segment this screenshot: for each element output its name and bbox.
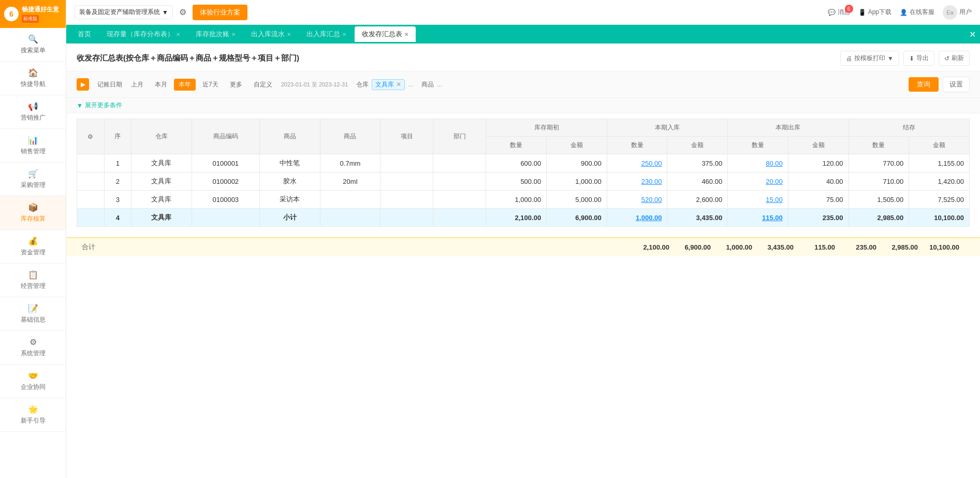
sidebar-item-corp[interactable]: 🤝 企业协同 bbox=[0, 365, 66, 398]
cell-spec: 20ml bbox=[320, 172, 381, 191]
cell-out-amt: 120.00 bbox=[788, 154, 849, 172]
warehouse-tag-close[interactable]: ✕ bbox=[396, 81, 401, 88]
in-qty-link[interactable]: 250.00 bbox=[641, 160, 662, 167]
cell-settings bbox=[77, 191, 105, 209]
cell-in-qty[interactable]: 250.00 bbox=[607, 154, 667, 172]
avatar: Ea bbox=[943, 5, 957, 20]
out-qty-link[interactable]: 15.00 bbox=[766, 196, 783, 204]
sidebar-item-finance[interactable]: 💰 资金管理 bbox=[0, 230, 66, 264]
sidebar-item-system[interactable]: ⚙ 系统管理 bbox=[0, 331, 66, 365]
online-service-btn[interactable]: 👤 在线客服 bbox=[900, 8, 934, 17]
sidebar-item-quick-nav[interactable]: 🏠 快捷导航 bbox=[0, 62, 66, 95]
export-icon: ⬇ bbox=[909, 55, 914, 62]
cell-in-qty[interactable]: 230.00 bbox=[607, 172, 667, 191]
tab-3[interactable]: 出入库流水✕ bbox=[244, 26, 298, 42]
topbar-right: 💬 消息 6 📱 App下载 👤 在线客服 Ea 用户 bbox=[828, 5, 972, 20]
basic-icon: 📝 bbox=[28, 303, 38, 313]
footer-in-amt: 3,435.00 bbox=[757, 243, 799, 251]
cell-no: 2 bbox=[104, 172, 131, 191]
print-btn[interactable]: 🖨 按模板打印 ▼ bbox=[840, 51, 899, 66]
tab-close-icon[interactable]: ✕ bbox=[231, 32, 236, 37]
settings-btn[interactable]: 设置 bbox=[943, 77, 970, 92]
in-qty-link[interactable]: 1,000.00 bbox=[636, 214, 662, 222]
finance-icon: 💰 bbox=[28, 236, 38, 246]
cell-close-amt: 1,155.00 bbox=[909, 154, 970, 172]
footer-out-qty: 115.00 bbox=[799, 243, 840, 251]
marketing-icon: 📢 bbox=[28, 102, 38, 111]
footer-values: 2,100.00 6,900.00 1,000.00 3,435.00 115.… bbox=[116, 243, 964, 251]
warehouse-more[interactable]: ... bbox=[408, 81, 413, 88]
date-btn-本月[interactable]: 本月 bbox=[150, 79, 172, 91]
sidebar-item-label: 资金管理 bbox=[21, 248, 46, 257]
cell-out-qty[interactable]: 20.00 bbox=[728, 172, 788, 191]
cell-open-amt: 5,000.00 bbox=[547, 191, 607, 209]
refresh-icon: ↺ bbox=[944, 55, 949, 62]
sidebar-item-label: 经营管理 bbox=[21, 282, 46, 291]
tab-0[interactable]: 首页 bbox=[70, 26, 98, 42]
tab-2[interactable]: 库存批次账✕ bbox=[188, 26, 243, 42]
cell-out-qty[interactable]: 15.00 bbox=[728, 191, 788, 209]
cell-open-qty: 600.00 bbox=[486, 154, 547, 172]
sidebar-item-business[interactable]: 📋 经营管理 bbox=[0, 264, 66, 297]
out-qty-link[interactable]: 80.00 bbox=[766, 160, 783, 167]
cell-settings bbox=[77, 154, 105, 172]
cell-close-qty: 710.00 bbox=[849, 172, 909, 191]
tab-5[interactable]: 收发存汇总表✕ bbox=[355, 26, 416, 42]
experience-btn[interactable]: 体验行业方案 bbox=[193, 5, 247, 20]
date-btn-近7天[interactable]: 近7天 bbox=[198, 79, 223, 91]
tab-4[interactable]: 出入库汇总✕ bbox=[299, 26, 354, 42]
query-btn[interactable]: 查询 bbox=[909, 77, 939, 92]
date-btn-上月[interactable]: 上月 bbox=[126, 79, 148, 91]
export-btn[interactable]: ⬇ 导出 bbox=[903, 51, 934, 66]
tab-close-icon[interactable]: ✕ bbox=[176, 32, 180, 37]
sidebar-item-search[interactable]: 🔍 搜索菜单 bbox=[0, 28, 66, 62]
col-opening-amt-header: 金额 bbox=[547, 137, 607, 154]
cell-code: 0100002 bbox=[192, 172, 259, 191]
date-btn-更多[interactable]: 更多 bbox=[225, 79, 247, 91]
system-selector[interactable]: 装备及固定资产辅助管理系统 ▼ bbox=[75, 5, 173, 19]
message-btn[interactable]: 💬 消息 6 bbox=[828, 8, 850, 17]
cell-warehouse: 文具库 bbox=[131, 209, 192, 227]
cell-out-amt: 40.00 bbox=[788, 172, 849, 191]
out-qty-link[interactable]: 20.00 bbox=[766, 178, 783, 185]
out-qty-link[interactable]: 115.00 bbox=[762, 214, 783, 222]
sidebar-item-purchase[interactable]: 🛒 采购管理 bbox=[0, 163, 66, 196]
sidebar-item-inventory[interactable]: 📦 库存核算 bbox=[0, 196, 66, 230]
in-qty-link[interactable]: 230.00 bbox=[641, 178, 662, 185]
settings-icon[interactable]: ⚙ bbox=[179, 7, 186, 17]
date-btn-自定义[interactable]: 自定义 bbox=[249, 79, 277, 91]
tab-1[interactable]: 现存量（库存分布表）✕ bbox=[99, 26, 187, 42]
cell-warehouse: 文具库 bbox=[131, 172, 192, 191]
cell-dept bbox=[433, 209, 486, 227]
cell-in-qty[interactable]: 1,000.00 bbox=[607, 209, 667, 227]
tab-close-icon[interactable]: ✕ bbox=[342, 32, 346, 37]
sidebar-item-marketing[interactable]: 📢 营销推广 bbox=[0, 95, 66, 129]
in-qty-link[interactable]: 520.00 bbox=[641, 196, 662, 204]
warehouse-tag[interactable]: 文具库 ✕ bbox=[372, 79, 405, 90]
cell-out-qty[interactable]: 115.00 bbox=[728, 209, 788, 227]
tab-close-icon[interactable]: ✕ bbox=[404, 32, 408, 37]
cell-close-amt: 7,525.00 bbox=[909, 191, 970, 209]
cell-in-qty[interactable]: 520.00 bbox=[607, 191, 667, 209]
cell-in-amt: 375.00 bbox=[667, 154, 728, 172]
refresh-btn[interactable]: ↺ 刷新 bbox=[939, 51, 970, 66]
date-btn-本年[interactable]: 本年 bbox=[174, 79, 196, 91]
cell-out-amt: 235.00 bbox=[788, 209, 849, 227]
user-menu[interactable]: Ea 用户 bbox=[943, 5, 972, 20]
tab-close-icon[interactable]: ✕ bbox=[287, 32, 291, 37]
cell-spec bbox=[320, 191, 381, 209]
cell-open-qty: 1,000.00 bbox=[486, 191, 547, 209]
close-all-tabs-btn[interactable]: ✕ bbox=[969, 30, 976, 39]
filter-toggle-btn[interactable]: ▶ bbox=[77, 78, 89, 91]
sidebar-item-guide[interactable]: 🌟 新手引导 bbox=[0, 398, 66, 432]
sidebar: 6 畅捷通好生意 标准版 🔍 搜索菜单 🏠 快捷导航 📢 营销推广 📊 销售管理… bbox=[0, 0, 66, 478]
cell-name: 采访本 bbox=[259, 191, 320, 209]
col-settings-header[interactable]: ⚙ bbox=[77, 119, 105, 154]
sidebar-item-basic[interactable]: 📝 基础信息 bbox=[0, 297, 66, 331]
product-more[interactable]: ... bbox=[437, 81, 442, 88]
cell-out-qty[interactable]: 80.00 bbox=[728, 154, 788, 172]
page-area: 收发存汇总表(按仓库＋商品编码＋商品＋规格型号＋项目＋部门) 🖨 按模板打印 ▼… bbox=[66, 44, 980, 478]
sidebar-item-sales[interactable]: 📊 销售管理 bbox=[0, 129, 66, 163]
app-download-btn[interactable]: 📱 App下载 bbox=[858, 8, 891, 17]
expand-more-btn[interactable]: ▼ 展开更多条件 bbox=[77, 101, 970, 110]
